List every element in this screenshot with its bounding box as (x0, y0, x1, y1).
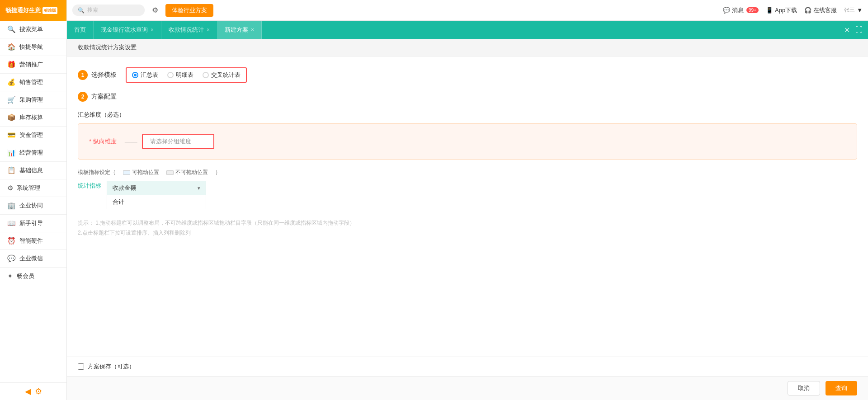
hint-text-2: 2.点击标题栏下拉可设置排序、插入列和删除列 (78, 230, 191, 236)
tab-bank-flow[interactable]: 现金银行流水查询 × (94, 21, 161, 39)
sidebar-item-label: 新手引导 (19, 219, 43, 227)
save-checkbox[interactable] (78, 363, 84, 370)
sidebar-item-label: 资金管理 (19, 131, 43, 139)
username: 张三 (844, 6, 855, 14)
logo-badge: 标准版 (42, 7, 57, 14)
sidebar: 畅捷通好生意 标准版 🔍 搜索菜单 🏠 快捷导航 🎁 营销推广 💰 销售管理 🛒… (0, 0, 67, 400)
arrow: —— (125, 138, 137, 145)
search-icon: 🔍 (78, 7, 85, 14)
sidebar-item-label: 畅会员 (17, 272, 34, 280)
tab-new-plan[interactable]: 新建方案 × (217, 21, 262, 39)
sidebar-item-sales[interactable]: 💰 销售管理 (0, 74, 66, 91)
metrics-title-row: 模板指标设定（ 可拖动位置 不可拖动位置 ） (78, 169, 857, 176)
sidebar-item-label: 搜索菜单 (19, 25, 43, 33)
clipboard-icon: 📋 (7, 166, 16, 174)
metrics-row-text: 合计 (113, 198, 124, 205)
logo-text: 畅捷通好生意 (5, 6, 41, 14)
step2-label: 方案配置 (91, 93, 117, 101)
stat-label-col: 统计指标 (78, 182, 101, 209)
undraggable-label: 不可拖动位置 (175, 169, 208, 176)
chevron-down-icon: ▾ (198, 185, 200, 191)
dim-config-box: * 纵向维度 —— 请选择分组维度 (78, 123, 857, 160)
app-download-label: App下载 (775, 6, 797, 14)
cart-icon: 🛒 (7, 96, 16, 104)
app-icon: 📱 (766, 7, 773, 14)
trial-button[interactable]: 体验行业方案 (165, 4, 213, 17)
tab-fullscreen-icon[interactable]: ⛶ (855, 26, 863, 34)
sidebar-item-finance[interactable]: 💳 资金管理 (0, 127, 66, 144)
vertical-label: * 纵向维度 (89, 137, 117, 146)
close-paren: ） (215, 169, 221, 176)
sidebar-item-label: 经营管理 (19, 149, 43, 157)
page-title-bar: 收款情况统计方案设置 (67, 39, 868, 56)
message-item[interactable]: 💬 消息 99+ (723, 6, 759, 14)
tab-bank-flow-close[interactable]: × (151, 27, 154, 33)
radio-summary[interactable]: 汇总表 (132, 71, 158, 79)
home-icon: 🏠 (7, 43, 16, 51)
sidebar-item-label: 销售管理 (19, 78, 43, 86)
save-row: 方案保存（可选） (67, 357, 868, 376)
sidebar-item-inventory[interactable]: 📦 库存核算 (0, 109, 66, 127)
building-icon: 🏢 (7, 202, 16, 210)
step1-row: 1 选择模板 汇总表 明细表 交叉统计表 (78, 67, 857, 83)
sidebar-item-guide[interactable]: 📖 新手引导 (0, 215, 66, 232)
sidebar-item-marketing[interactable]: 🎁 营销推广 (0, 56, 66, 74)
metrics-area: 模板指标设定（ 可拖动位置 不可拖动位置 ） 统计指标 (78, 169, 857, 209)
sidebar-item-label: 基础信息 (19, 166, 43, 174)
tab-new-plan-close[interactable]: × (251, 27, 254, 33)
draggable-label: 可拖动位置 (132, 169, 159, 176)
sidebar-item-label: 企业微信 (19, 254, 43, 263)
step2-circle: 2 (78, 92, 88, 102)
tab-receipt-stats-close[interactable]: × (207, 27, 210, 33)
tab-receipt-stats-label: 收款情况统计 (169, 26, 204, 34)
settings-icon[interactable]: ⚙ (152, 6, 158, 14)
dim-placeholder: 请选择分组维度 (150, 138, 191, 145)
user-item[interactable]: 张三 ▼ (844, 6, 863, 14)
sidebar-bottom: ◀ ⚙ (0, 382, 66, 400)
sidebar-item-operation[interactable]: 📊 经营管理 (0, 144, 66, 162)
metrics-header[interactable]: 收款金额 ▾ (107, 181, 206, 195)
cancel-button[interactable]: 取消 (788, 381, 820, 395)
radio-detail-label: 明细表 (176, 71, 193, 79)
radio-detail[interactable]: 明细表 (167, 71, 193, 79)
radio-dot-detail (167, 72, 174, 78)
tab-home-label: 首页 (74, 26, 86, 34)
sidebar-expand-icon[interactable]: ◀ (25, 386, 31, 396)
sidebar-item-quick-nav[interactable]: 🏠 快捷导航 (0, 38, 66, 56)
topbar: 🔍 搜索 ⚙ 体验行业方案 💬 消息 99+ 📱 App下载 🎧 在线客服 张三… (67, 0, 868, 21)
undraggable-indicator: 不可拖动位置 (166, 169, 208, 176)
sidebar-item-search[interactable]: 🔍 搜索菜单 (0, 21, 66, 38)
metrics-title-text: 模板指标设定（ (78, 169, 116, 176)
hint-text-1: 提示： 1.拖动标题栏可以调整布局，不可跨维度或指标区域拖动栏目字段（只能在同一… (78, 220, 355, 226)
sidebar-settings-icon[interactable]: ⚙ (35, 386, 42, 396)
sidebar-item-hardware[interactable]: ⏰ 智能硬件 (0, 232, 66, 250)
draggable-box (123, 170, 130, 175)
sidebar-item-basic-info[interactable]: 📋 基础信息 (0, 162, 66, 179)
app-download-item[interactable]: 📱 App下载 (766, 6, 797, 14)
book-icon: 📖 (7, 219, 16, 227)
main-card: 1 选择模板 汇总表 明细表 交叉统计表 (67, 56, 868, 357)
tab-home[interactable]: 首页 (67, 21, 94, 39)
hint-line-2: 2.点击标题栏下拉可设置排序、插入列和删除列 (78, 228, 857, 238)
sidebar-item-member[interactable]: ✦ 畅会员 (0, 268, 66, 285)
sidebar-item-enterprise[interactable]: 🏢 企业协同 (0, 197, 66, 215)
save-label: 方案保存（可选） (88, 362, 135, 371)
query-button[interactable]: 查询 (826, 381, 857, 395)
sidebar-item-system[interactable]: ⚙ 系统管理 (0, 179, 66, 197)
gift-icon: 🎁 (7, 61, 16, 69)
radio-cross[interactable]: 交叉统计表 (203, 71, 241, 79)
dim-select-dropdown[interactable]: 请选择分组维度 (142, 134, 214, 149)
sidebar-item-label: 营销推广 (19, 61, 43, 69)
tab-receipt-stats[interactable]: 收款情况统计 × (161, 21, 217, 39)
tab-close-all-icon[interactable]: ✕ (844, 26, 850, 34)
sidebar-item-label: 采购管理 (19, 96, 43, 104)
hint-area: 提示： 1.拖动标题栏可以调整布局，不可跨维度或指标区域拖动栏目字段（只能在同一… (78, 218, 857, 238)
search-box[interactable]: 🔍 搜索 (72, 5, 145, 16)
step1-circle: 1 (78, 70, 88, 80)
sidebar-logo: 畅捷通好生意 标准版 (0, 0, 66, 21)
sidebar-item-purchase[interactable]: 🛒 采购管理 (0, 91, 66, 109)
sidebar-item-wechat[interactable]: 💬 企业微信 (0, 250, 66, 268)
page-title: 收款情况统计方案设置 (78, 44, 137, 51)
search-placeholder: 搜索 (87, 6, 98, 14)
online-service-item[interactable]: 🎧 在线客服 (804, 6, 837, 14)
